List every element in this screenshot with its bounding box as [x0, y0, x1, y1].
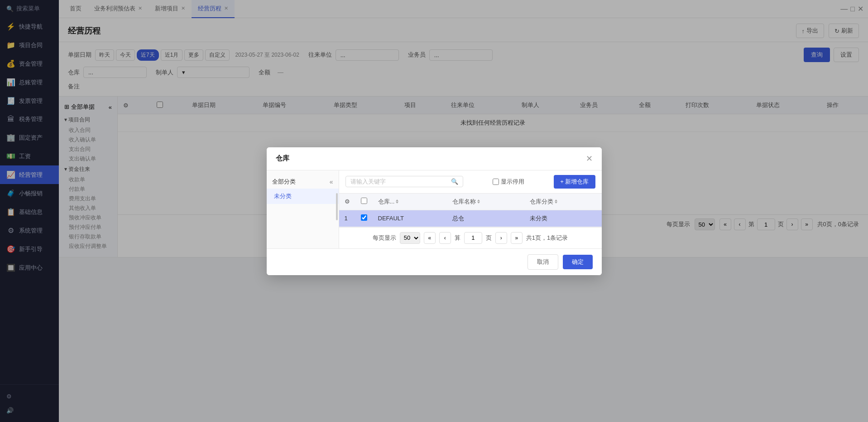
modal-next-btn[interactable]: ›	[495, 232, 507, 244]
sort-code-icon	[396, 199, 398, 204]
modal-row-name: 总仓	[447, 210, 524, 227]
modal-pagination: 每页显示 50 « ‹ 算 页 › » 共1页，1条记录	[339, 227, 602, 248]
modal-per-page-label: 每页显示	[373, 234, 396, 242]
collapse-left-icon[interactable]: «	[330, 178, 333, 185]
sort-name-icon	[477, 199, 480, 204]
modal-title: 仓库	[276, 154, 289, 163]
modal-overlay: 仓库 ✕ 全部分类 « 未分类	[0, 0, 868, 422]
add-warehouse-button[interactable]: + 新增仓库	[554, 175, 595, 189]
modal-left-header: 全部分类 «	[267, 175, 339, 189]
cancel-button[interactable]: 取消	[528, 254, 558, 270]
modal-toolbar: 🔍 显示停用 + 新增仓库	[339, 170, 602, 194]
modal-row-code: DEFAULT	[373, 210, 447, 227]
modal-th-checkbox[interactable]	[355, 194, 373, 210]
modal-table: ⚙ 仓库...	[339, 194, 602, 227]
all-category-label: 全部分类	[272, 178, 296, 186]
modal-header: 仓库 ✕	[267, 147, 602, 170]
modal-actions: 取消 确定	[267, 248, 602, 275]
confirm-button[interactable]: 确定	[563, 255, 593, 269]
modal-right-panel: 🔍 显示停用 + 新增仓库	[339, 170, 602, 248]
modal-th-code: 仓库...	[373, 194, 447, 210]
modal-search-box: 🔍	[345, 176, 463, 187]
modal-table-row[interactable]: 1 DEFAULT 总仓 未分类	[339, 210, 602, 227]
modal-body: 全部分类 « 未分类 🔍	[267, 170, 602, 248]
modal-select-all[interactable]	[361, 198, 367, 204]
modal-page-text: 算	[455, 234, 460, 242]
show-disabled-checkbox-label[interactable]: 显示停用	[493, 178, 524, 186]
show-disabled-label: 显示停用	[501, 178, 524, 186]
add-warehouse-label: + 新增仓库	[560, 178, 589, 186]
sort-category-icon	[555, 199, 557, 204]
gear-icon: ⚙	[345, 198, 350, 205]
modal-search-input[interactable]	[350, 178, 448, 185]
modal-first-btn[interactable]: «	[424, 232, 436, 244]
modal-th-name: 仓库名称	[447, 194, 524, 210]
modal-last-btn[interactable]: »	[511, 232, 523, 244]
modal-row-num: 1	[339, 210, 355, 227]
modal-left-panel: 全部分类 « 未分类	[267, 170, 339, 248]
modal-search-icon: 🔍	[451, 178, 458, 185]
uncategorized-label: 未分类	[274, 193, 292, 199]
modal-table-area[interactable]: ⚙ 仓库...	[339, 194, 602, 227]
modal-row-checkbox[interactable]	[361, 214, 367, 221]
modal-close-button[interactable]: ✕	[586, 154, 593, 164]
modal-row-category: 未分类	[524, 210, 602, 227]
modal-row-checkbox-cell[interactable]	[355, 210, 373, 227]
show-disabled-checkbox[interactable]	[493, 179, 499, 185]
modal-prev-btn[interactable]: ‹	[439, 232, 451, 244]
modal-th-category: 仓库分类	[524, 194, 602, 210]
modal-left-uncategorized[interactable]: 未分类	[267, 189, 339, 204]
modal-th-settings: ⚙	[339, 194, 355, 210]
modal-total-text: 共1页，1条记录	[526, 234, 568, 242]
warehouse-modal: 仓库 ✕ 全部分类 « 未分类	[267, 147, 602, 275]
modal-per-page-select[interactable]: 50	[400, 232, 420, 244]
modal-page-input[interactable]	[464, 232, 482, 244]
left-scrollbar[interactable]	[336, 193, 338, 220]
modal-page-suffix: 页	[486, 234, 492, 242]
